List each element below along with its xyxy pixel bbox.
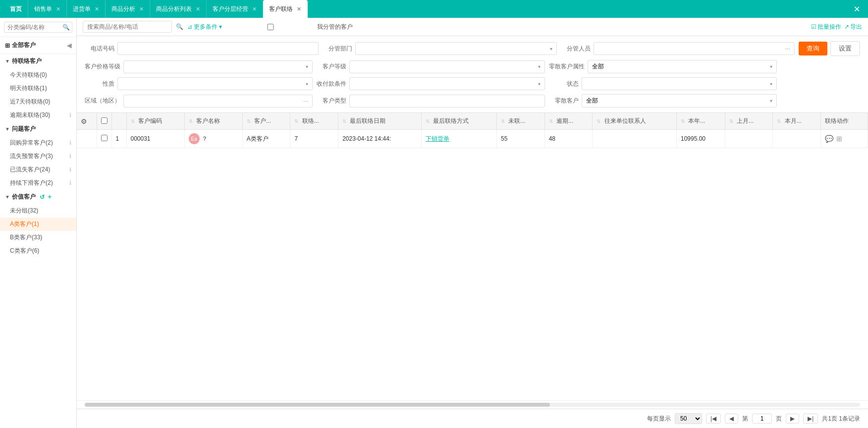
select-all-checkbox[interactable] [101, 117, 108, 124]
cell-overdue: 48 [544, 130, 593, 148]
first-page-btn[interactable]: |◀ [706, 414, 721, 424]
close-tab-sales[interactable]: ✕ [56, 6, 60, 12]
nav-tab-sales[interactable]: 销售单 ✕ [28, 0, 67, 18]
sidebar-item-churn-warning[interactable]: 流失预警客户(3) ℹ [0, 150, 76, 163]
sidebar-item-class-b[interactable]: B类客户(33) [0, 231, 76, 244]
filter-search-icon: 🔍 [176, 23, 183, 30]
col-this-month[interactable]: ⇅ 本月... [773, 113, 821, 130]
close-tab-customer-tier[interactable]: ✕ [252, 6, 257, 12]
chat-icon[interactable]: 💬 [825, 135, 833, 143]
sort-nocontact-icon: ⇅ [501, 118, 505, 124]
setting-button[interactable]: 设置 [830, 41, 860, 56]
close-tab-analysis-list[interactable]: ✕ [196, 6, 200, 12]
sidebar-section-pending[interactable]: ▼ 待联络客户 [0, 54, 76, 68]
select-customer-level[interactable]: ▾ [349, 60, 544, 73]
global-close-button[interactable]: ✕ [850, 4, 864, 14]
contact-type-link[interactable]: 下销货单 [426, 135, 449, 142]
next-page-btn[interactable]: ▶ [786, 414, 799, 424]
my-customer-checkbox[interactable] [226, 24, 315, 30]
filter-row-1: 电话号码 分管部门 ▾ 分管人员 ··· 查询 设置 [85, 41, 860, 56]
info-icon-declining: ℹ [69, 180, 71, 186]
sidebar-item-class-c[interactable]: C类客户(6) [0, 244, 76, 258]
nav-tab-purchase[interactable]: 进货单 ✕ [67, 0, 106, 18]
export-btn[interactable]: ↗ 导出 [844, 23, 862, 31]
sidebar-item-overdue[interactable]: 逾期未联络(30) ℹ [0, 108, 76, 122]
nav-tab-analysis[interactable]: 商品分析 ✕ [106, 0, 150, 18]
col-name[interactable]: ⇅ 客户名称 [184, 113, 242, 130]
col-no-contact[interactable]: ⇅ 未联... [496, 113, 544, 130]
sidebar-item-today[interactable]: 今天待联络(0) [0, 68, 76, 82]
current-page-input[interactable] [752, 414, 772, 424]
query-button[interactable]: 查询 [799, 42, 827, 55]
content-area: 🔍 ⊿ 更多条件 ▾ 我分管的客户 ☑ 批量操作 ↗ 导出 [77, 18, 868, 428]
nav-tab-customer-tier[interactable]: 客户分层经营 ✕ [207, 0, 263, 18]
row-checkbox[interactable] [101, 135, 108, 141]
chevron-payment: ▾ [538, 81, 541, 87]
table-header-row: ⚙ ⇅ 客户编码 ⇅ 客户名称 [77, 113, 868, 130]
batch-operation-btn[interactable]: ☑ 批量操作 [811, 23, 841, 31]
sidebar-section-value[interactable]: ▼ 价值客户 ↺ ＋ [0, 190, 76, 204]
cell-name: Ea ？ [184, 130, 242, 148]
icon-refresh[interactable]: ↺ [40, 194, 45, 201]
nav-home[interactable]: 首页 [4, 0, 28, 18]
page-size-select[interactable]: 50 100 200 [675, 413, 702, 424]
select-retail-attr[interactable]: 全部 ▾ [588, 60, 777, 73]
col-last-month[interactable]: ⇅ 上月... [725, 113, 773, 130]
prev-page-btn[interactable]: ◀ [725, 414, 738, 424]
settings-gear-icon[interactable]: ⚙ [81, 117, 87, 125]
sidebar-item-class-a[interactable]: A类客户(1) [0, 217, 76, 231]
filter-group-nature: 性质 ▾ [85, 77, 313, 90]
col-type[interactable]: ⇅ 客户... [242, 113, 290, 130]
sidebar-all-customers-header[interactable]: ⊞ 全部客户 ◀ [0, 37, 76, 54]
sidebar-item-abnormal[interactable]: 回购异常客户(2) ℹ [0, 136, 76, 150]
input-region[interactable]: ··· [123, 95, 313, 107]
col-overdue[interactable]: ⇅ 逾期... [544, 113, 593, 130]
filter-row-4: 区域（地区） ··· 客户类型 零散客户 全部 ▾ [85, 94, 860, 107]
cell-seq: 1 [111, 130, 126, 148]
sidebar-section-problem[interactable]: ▼ 问题客户 [0, 122, 76, 136]
sort-unit-icon: ⇅ [597, 118, 600, 124]
sidebar-item-declining[interactable]: 持续下滑客户(2) ℹ [0, 176, 76, 190]
nav-tab-analysis-list[interactable]: 商品分析列表 ✕ [150, 0, 207, 18]
last-page-btn[interactable]: ▶| [803, 414, 818, 424]
more-filter-btn[interactable]: ⊿ 更多条件 ▾ [187, 23, 222, 31]
sidebar-item-tomorrow[interactable]: 明天待联络(1) [0, 82, 76, 95]
icon-add[interactable]: ＋ [47, 193, 53, 201]
sidebar-item-ungroup[interactable]: 未分组(32) [0, 204, 76, 217]
sidebar-item-7days[interactable]: 近7天待联络(0) [0, 95, 76, 108]
col-contact[interactable]: ⇅ 联络... [290, 113, 338, 130]
col-last-contact-type[interactable]: ⇅ 最后联络方式 [421, 113, 496, 130]
col-code[interactable]: ⇅ 客户编码 [126, 113, 184, 130]
select-retail-customer[interactable]: 全部 ▾ [582, 94, 777, 107]
sidebar-collapse-btn[interactable]: ◀ [67, 42, 71, 49]
col-unit-contact[interactable]: ⇅ 往来单位联系人 [593, 113, 677, 130]
select-status[interactable]: ▾ [582, 77, 777, 90]
close-tab-customer-contact[interactable]: ✕ [297, 6, 301, 12]
select-payment[interactable]: ▾ [349, 77, 544, 90]
scrollbar-track[interactable] [85, 403, 860, 407]
col-settings[interactable]: ⚙ [77, 113, 97, 130]
info-icon-churned: ℹ [69, 166, 71, 173]
input-manager[interactable]: ··· [594, 42, 795, 55]
close-tab-purchase[interactable]: ✕ [95, 6, 99, 12]
input-phone[interactable] [117, 42, 319, 55]
select-dept[interactable]: ▾ [355, 42, 556, 55]
filter-row-3: 性质 ▾ 收付款条件 ▾ 状态 ▾ [85, 77, 860, 90]
filter-group-phone: 电话号码 [85, 42, 319, 55]
col-last-contact-date[interactable]: ⇅ 最后联络日期 [338, 113, 422, 130]
input-customer-type[interactable] [349, 95, 544, 107]
sidebar-item-churned[interactable]: 已流失客户(24) ℹ [0, 163, 76, 176]
cell-checkbox [97, 130, 111, 148]
search-input[interactable] [83, 21, 172, 33]
label-retail-attr: 零散客户属性 [549, 62, 585, 71]
dots-manager: ··· [785, 45, 790, 52]
grid-icon[interactable]: ⊞ [836, 135, 842, 143]
col-this-year[interactable]: ⇅ 本年... [676, 113, 725, 130]
select-price-level[interactable]: ▾ [123, 60, 313, 73]
nav-tab-customer-contact[interactable]: 客户联络 ✕ [263, 0, 308, 18]
scrollbar-thumb[interactable] [85, 403, 550, 407]
close-tab-analysis[interactable]: ✕ [139, 6, 144, 12]
page-size-label: 每页显示 [647, 415, 671, 423]
chevron-dept: ▾ [550, 46, 552, 52]
select-nature[interactable]: ▾ [117, 77, 313, 90]
